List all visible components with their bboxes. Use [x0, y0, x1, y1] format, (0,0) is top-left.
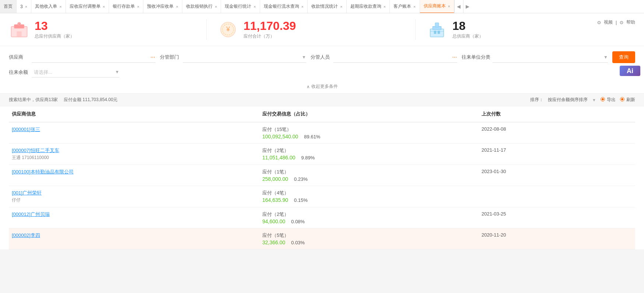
nav-tab-3[interactable]: 3 ×: [17, 0, 31, 13]
supplier-sub-info: 王通 17106110000: [12, 155, 256, 161]
top-navigation: 首页 3 × 其他收入单 × 应收应付调整单 × 银行存款单 × 预收冲应收单 …: [0, 0, 644, 13]
filter-balance: 往来余额 ▼: [9, 67, 119, 77]
supplier-link[interactable]: [000002]李四: [12, 232, 40, 238]
nav-tab-overdue-ar[interactable]: 超期应收款查询 ×: [347, 0, 390, 13]
svg-rect-2: [17, 31, 21, 37]
nav-next-arrow[interactable]: ▶: [463, 0, 472, 13]
svg-rect-12: [435, 23, 439, 27]
transaction-cell: 应付（5笔）32,366.000.03%: [259, 228, 479, 249]
person-input[interactable]: [333, 52, 452, 62]
nav-tab-other-income[interactable]: 其他收入单 ×: [31, 0, 66, 13]
nav-tab-ar-ap-adjust[interactable]: 应收应付调整单 ×: [66, 0, 109, 13]
nav-tab-customer-ledger-close[interactable]: ×: [413, 4, 416, 9]
results-text: 搜索结果中，供应商13家 应付金额 111,703,854.00元: [9, 97, 118, 103]
export-button[interactable]: 导出: [601, 97, 616, 103]
ai-badge[interactable]: Ai: [620, 66, 640, 76]
nav-tab-ar-ap-adjust-close[interactable]: ×: [103, 4, 105, 9]
supplier-cell: [001]广州荣轩仔仔: [9, 186, 259, 207]
transaction-percentage: 0.08%: [291, 219, 305, 224]
lastpay-cell: 2022-08-08: [479, 122, 635, 144]
transaction-amount[interactable]: 11,051,486.00: [262, 155, 295, 161]
sort-select[interactable]: 按应付余额倒序排序: [548, 97, 588, 103]
nav-tab-bank-deposit-close[interactable]: ×: [137, 4, 139, 9]
supplier-icon-3: [427, 19, 447, 40]
supplier-cell: [000001]张三: [9, 122, 259, 144]
person-dots-icon[interactable]: ···: [452, 54, 457, 61]
department-chevron-icon[interactable]: ▼: [302, 55, 306, 60]
stat-payable-amount: ¥ 11,170.39 应付合计（万）: [218, 19, 416, 40]
supplier-table: 供应商信息 应付交易信息（占比） 上次付数 [000001]张三应付（15笔）1…: [9, 106, 635, 249]
nav-tab-receipt-stat[interactable]: 收款情况统计 ×: [308, 0, 346, 13]
nav-tab-cash-flow-close[interactable]: ×: [301, 4, 304, 9]
department-input[interactable]: [183, 52, 301, 62]
supplier-link[interactable]: [000007]恒旺二手叉车: [12, 148, 59, 153]
supplier-link[interactable]: [000012]广州贝瑞: [12, 211, 50, 217]
filter-supplier-input-wrapper: ···: [32, 52, 155, 63]
help-link[interactable]: 帮助: [626, 19, 635, 25]
filter-category-label: 往来单位分类: [462, 54, 490, 61]
transaction-amount[interactable]: 164,635.90: [262, 197, 288, 203]
supplier-link[interactable]: [001]广州荣轩: [12, 190, 42, 196]
nav-tab-customer-ledger[interactable]: 客户账本 ×: [390, 0, 420, 13]
nav-tab-cash-flow[interactable]: 现金银行流水查询 ×: [260, 0, 308, 13]
stat-total-suppliers-label: 总供应商（家）: [452, 33, 483, 39]
nav-tab-other-income-label: 其他收入单: [35, 3, 57, 10]
balance-chevron-icon[interactable]: ▼: [115, 69, 119, 75]
transaction-amount[interactable]: 94,600.00: [262, 218, 285, 224]
nav-tab-prepay-ar[interactable]: 预收冲应收单 ×: [143, 0, 182, 13]
category-input[interactable]: [493, 52, 602, 62]
col-header-supplier: 供应商信息: [9, 106, 259, 122]
search-button[interactable]: 查询: [612, 51, 635, 63]
nav-tab-cash-bank-stat-close[interactable]: ×: [253, 4, 256, 9]
nav-tab-home-label: 首页: [4, 3, 13, 10]
transaction-percentage: 89.61%: [304, 134, 320, 139]
nav-tab-supplier-ledger[interactable]: 供应商账本 ×: [420, 0, 454, 13]
filter-category: 往来单位分类 ▼: [462, 52, 608, 63]
transaction-label: 应付（1笔）: [262, 169, 476, 175]
col-header-transaction: 应付交易信息（占比）: [259, 106, 479, 122]
stat-total-suppliers-text: 18 总供应商（家）: [452, 20, 483, 39]
collapse-bar[interactable]: ∧ 收起更多条件: [9, 81, 635, 90]
nav-tab-prepay-ar-label: 预收冲应收单: [147, 3, 174, 10]
table-wrapper[interactable]: 供应商信息 应付交易信息（占比） 上次付数 [000001]张三应付（15笔）1…: [9, 106, 635, 249]
stat-payable-suppliers: ¥ 13 总应付供应商（家）: [9, 19, 207, 40]
balance-input[interactable]: [32, 67, 113, 77]
transaction-amount[interactable]: 100,092,540.00: [262, 134, 298, 139]
refresh-button[interactable]: 刷新: [620, 97, 635, 103]
transaction-percentage: 9.89%: [301, 155, 315, 161]
nav-tab-cash-bank-stat[interactable]: 现金银行统计 ×: [221, 0, 260, 13]
nav-tab-overdue-ar-close[interactable]: ×: [384, 4, 386, 9]
nav-tab-3-close[interactable]: ×: [25, 4, 27, 9]
transaction-amount[interactable]: 258,000.00: [262, 176, 288, 182]
filter-category-input-wrapper: ▼: [493, 52, 608, 63]
transaction-cell: 应付（2笔）94,600.000.08%: [259, 207, 479, 228]
nav-tab-bank-deposit[interactable]: 银行存款单 ×: [109, 0, 143, 13]
sort-chevron-icon[interactable]: ▼: [592, 98, 596, 102]
filter-balance-input-wrapper: ▼: [32, 67, 119, 77]
transaction-amount[interactable]: 32,366.00: [262, 239, 285, 245]
circle-icon: ⊙: [597, 20, 601, 25]
collapse-label: 收起更多条件: [311, 83, 338, 90]
nav-tab-home[interactable]: 首页: [0, 0, 17, 13]
nav-tab-receive-verify-close[interactable]: ×: [215, 4, 217, 9]
refresh-label: 刷新: [626, 97, 635, 103]
transaction-percentage: 0.23%: [294, 176, 308, 182]
supplier-input[interactable]: [32, 52, 150, 62]
table-row: [001]广州荣轩仔仔应付（4笔）164,635.900.15%: [9, 186, 635, 207]
transaction-percentage: 0.15%: [294, 197, 308, 203]
stat-total-suppliers: 18 总供应商（家）: [427, 19, 624, 40]
nav-tab-receive-verify-label: 收款核销执行: [186, 3, 213, 10]
nav-tab-receipt-stat-label: 收款情况统计: [311, 3, 338, 10]
supplier-dots-icon[interactable]: ···: [150, 54, 155, 61]
nav-tab-prepay-ar-close[interactable]: ×: [176, 4, 178, 9]
category-chevron-icon[interactable]: ▼: [603, 55, 608, 60]
nav-tab-supplier-ledger-close[interactable]: ×: [448, 4, 450, 8]
stat-payable-suppliers-label: 总应付供应商（家）: [35, 33, 74, 39]
nav-tab-receipt-stat-close[interactable]: ×: [340, 4, 342, 9]
nav-prev-arrow[interactable]: ◀: [454, 0, 463, 13]
nav-tab-receive-verify[interactable]: 收款核销执行 ×: [182, 0, 221, 13]
video-link[interactable]: 视频: [604, 19, 613, 25]
supplier-link[interactable]: [000100]本特勤油品有限公司: [12, 169, 74, 175]
nav-tab-other-income-close[interactable]: ×: [59, 4, 62, 9]
supplier-link[interactable]: [000001]张三: [12, 127, 40, 132]
